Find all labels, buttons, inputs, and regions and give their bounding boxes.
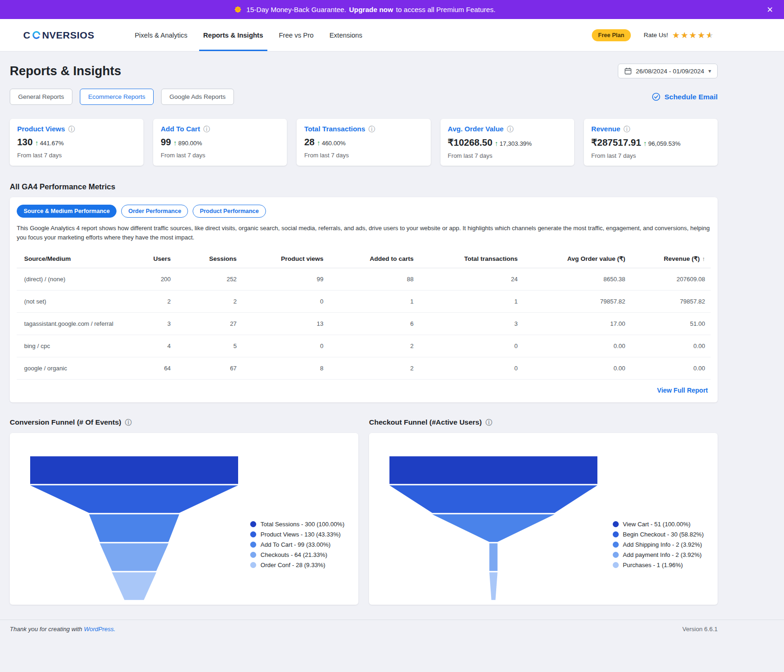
wordpress-link[interactable]: WordPress. [84, 626, 116, 633]
funnel-chart-card: View Cart - 51 (100.00%) Begin Checkout … [369, 433, 718, 605]
info-icon[interactable]: ⓘ [623, 126, 630, 132]
kpi-title: Add To Cart [161, 125, 200, 133]
footer: Thank you for creating with WordPress. V… [0, 620, 784, 651]
table-column-label: Revenue (₹) [664, 255, 700, 262]
info-icon[interactable]: ⓘ [125, 419, 131, 426]
nav-items: Pixels & AnalyticsReports & InsightsFree… [127, 19, 370, 51]
kpi-cards: Product Views ⓘ 130 ↑ 441.67% From last … [10, 119, 718, 166]
cell-value: 4 [131, 335, 176, 357]
legend-dot [613, 531, 619, 537]
nav-item-label: Pixels & Analytics [135, 32, 188, 39]
funnel-slice [489, 573, 498, 601]
info-icon[interactable]: ⓘ [507, 126, 513, 132]
legend-dot [613, 521, 619, 527]
legend-label: Product Views - 130 (43.33%) [260, 531, 340, 538]
up-arrow-icon: ↑ [643, 139, 647, 147]
cell-value: 2 [176, 291, 242, 313]
table-row: tagassistant.google.com / referral327136… [17, 313, 711, 335]
kpi-period: From last 7 days [17, 152, 136, 159]
kpi-value: 130 [17, 137, 32, 148]
logo-text-rest: NVERSIOS [42, 30, 95, 41]
cell-source-medium: tagassistant.google.com / referral [17, 313, 131, 335]
info-icon[interactable]: ⓘ [369, 126, 375, 132]
kpi-value: ₹287517.91 [591, 137, 641, 148]
table-column-header[interactable]: Avg Order value (₹) [523, 249, 631, 268]
kpi-title: Revenue [591, 125, 621, 133]
nav-item[interactable]: Free vs Pro [271, 19, 322, 51]
date-range-picker[interactable]: 26/08/2024 - 01/09/2024 ▾ [618, 64, 718, 78]
table-column-header[interactable]: Source/Medium [17, 249, 131, 268]
table-column-label: Avg Order value (₹) [567, 255, 625, 262]
info-icon[interactable]: ⓘ [68, 126, 75, 132]
schedule-email-label: Schedule Email [664, 93, 718, 101]
funnel-panel: Conversion Funnel (# Of Events) ⓘ Total … [10, 418, 358, 605]
ga4-pill[interactable]: Source & Medium Performance [17, 205, 117, 218]
table-column-label: Added to carts [370, 255, 414, 262]
report-tab[interactable]: Google Ads Reports [161, 89, 234, 105]
banner-close-icon[interactable]: × [767, 5, 773, 15]
nav-item[interactable]: Extensions [322, 19, 370, 51]
kpi-period: From last 7 days [161, 152, 279, 159]
table-column-header[interactable]: Users [131, 249, 176, 268]
funnel-slice [389, 456, 597, 484]
cell-value: 27 [176, 313, 242, 335]
info-icon[interactable]: ⓘ [486, 419, 492, 426]
info-icon[interactable]: ⓘ [203, 126, 210, 132]
table-column-header[interactable]: Revenue (₹)↑ [631, 249, 711, 268]
table-column-header[interactable]: Total transactions [419, 249, 523, 268]
check-circle-icon [652, 92, 661, 101]
ga4-pill[interactable]: Product Performance [193, 205, 266, 218]
version-label: Version 6.6.1 [682, 626, 718, 633]
nav-item[interactable]: Reports & Insights [195, 19, 271, 51]
kpi-title: Product Views [17, 125, 65, 133]
cell-value: 6 [329, 313, 419, 335]
sort-asc-icon: ↑ [702, 255, 706, 262]
table-column-header[interactable]: Added to carts [329, 249, 419, 268]
logo-text-c: C [23, 30, 31, 41]
legend-item: Purchases - 1 (1.96%) [613, 562, 704, 569]
report-tab[interactable]: Ecommerce Reports [80, 89, 154, 105]
banner-suffix: to access all Premium Features. [396, 6, 495, 13]
legend-label: View Cart - 51 (100.00%) [623, 521, 691, 528]
table-column-label: Users [153, 255, 171, 262]
table-column-label: Source/Medium [24, 255, 71, 262]
conversios-logo: C NVERSIOS [23, 19, 94, 51]
legend-dot [250, 521, 256, 527]
source-medium-table: Source/MediumUsersSessionsProduct viewsA… [17, 249, 711, 380]
kpi-value: 28 [304, 137, 314, 148]
kpi-period: From last 7 days [591, 152, 710, 159]
cell-value: 17.00 [523, 313, 631, 335]
promo-banner-text: 15-Day Money-Back Guarantee. Upgrade now… [0, 6, 784, 13]
table-row: (not set)2201179857.8279857.82 [17, 291, 711, 313]
funnel-slice [89, 514, 179, 542]
funnel-slice [100, 543, 168, 571]
footer-thanks-text: Thank you for creating with [10, 626, 82, 633]
legend-dot [613, 542, 619, 548]
kpi-value: ₹10268.50 [448, 137, 492, 148]
cell-value: 64 [131, 357, 176, 380]
cell-source-medium: (direct) / (none) [17, 268, 131, 291]
legend-item: Checkouts - 64 (21.33%) [250, 551, 344, 558]
table-column-header[interactable]: Sessions [176, 249, 242, 268]
view-full-report-link[interactable]: View Full Report [17, 380, 711, 398]
kpi-title: Avg. Order Value [448, 125, 504, 133]
funnel-chart [389, 454, 597, 602]
funnels-row: Conversion Funnel (# Of Events) ⓘ Total … [10, 418, 718, 605]
cell-value: 200 [131, 268, 176, 291]
cell-value: 79857.82 [523, 291, 631, 313]
schedule-email-button[interactable]: Schedule Email [652, 92, 718, 101]
ga4-description: This Google Analytics 4 report shows how… [17, 224, 711, 242]
nav-item[interactable]: Pixels & Analytics [127, 19, 195, 51]
free-plan-badge: Free Plan [592, 29, 631, 41]
cell-value: 99 [242, 268, 329, 291]
report-tab[interactable]: General Reports [10, 89, 72, 105]
cell-value: 8 [242, 357, 329, 380]
rating-stars[interactable]: ★★★★★ ★★★★★ [672, 31, 714, 39]
funnel-chart [30, 454, 238, 602]
kpi-card: Add To Cart ⓘ 99 ↑ 890.00% From last 7 d… [153, 119, 287, 166]
promo-banner: 15-Day Money-Back Guarantee. Upgrade now… [0, 0, 784, 19]
nav-item-label: Free vs Pro [279, 32, 314, 39]
upgrade-now-link[interactable]: Upgrade now [349, 6, 393, 13]
table-column-header[interactable]: Product views [242, 249, 329, 268]
ga4-pill[interactable]: Order Performance [121, 205, 188, 218]
